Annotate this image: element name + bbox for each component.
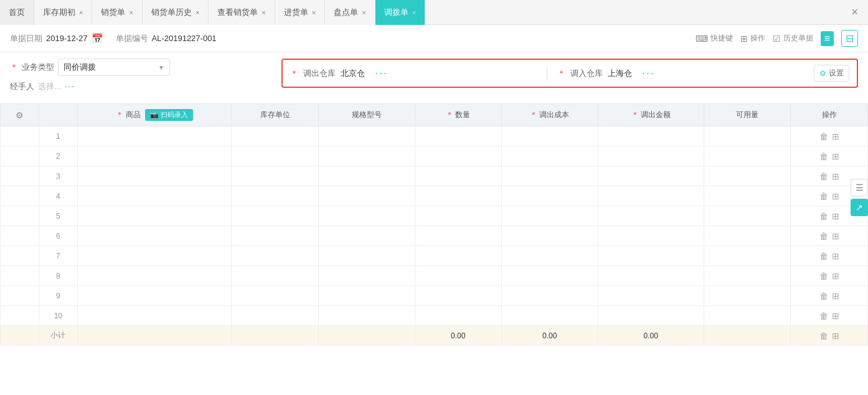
person-placeholder[interactable]: 选择... <box>38 81 61 92</box>
tab-purchase-close[interactable]: × <box>312 9 316 16</box>
row-delete-icon[interactable]: 🗑 <box>819 131 828 141</box>
tab-sales-order-close[interactable]: × <box>129 9 133 16</box>
row-delete-icon[interactable]: 🗑 <box>819 291 828 301</box>
row-cost-cell[interactable] <box>501 166 598 186</box>
row-unit-cell <box>232 126 318 146</box>
row-qty-cell[interactable] <box>415 266 501 286</box>
row-copy-icon[interactable]: ⊞ <box>832 191 839 201</box>
side-list-button[interactable]: ☰ <box>851 179 868 196</box>
tab-transfer-close[interactable]: × <box>412 9 416 16</box>
col-header-gear[interactable]: ⚙ <box>1 104 39 126</box>
doc-num-value: AL-20191227-001 <box>152 34 217 43</box>
row-delete-icon[interactable]: 🗑 <box>819 271 828 281</box>
subtotal-amount-cell: 0.00 <box>598 326 704 346</box>
row-num-cell: 1 <box>39 126 77 146</box>
row-delete-icon[interactable]: 🗑 <box>819 331 828 341</box>
row-product-cell[interactable] <box>77 226 232 246</box>
biz-type-selector[interactable]: 同价调拨 ▼ <box>58 59 170 76</box>
row-delete-icon[interactable]: 🗑 <box>819 151 828 161</box>
tab-view-sales-close[interactable]: × <box>262 9 265 16</box>
row-qty-cell[interactable] <box>415 146 501 166</box>
row-qty-cell[interactable] <box>415 206 501 226</box>
shortcuts-btn[interactable]: ⌨ 快捷键 <box>696 33 733 44</box>
row-product-cell[interactable] <box>77 286 232 306</box>
side-export-button[interactable]: ↗ <box>851 199 868 216</box>
row-delete-icon[interactable]: 🗑 <box>819 251 828 261</box>
row-spec-cell <box>318 186 415 206</box>
row-copy-icon[interactable]: ⊞ <box>832 271 839 281</box>
row-qty-cell[interactable] <box>415 306 501 326</box>
row-qty-cell[interactable] <box>415 286 501 306</box>
row-cost-cell[interactable] <box>501 266 598 286</box>
row-cost-cell[interactable] <box>501 186 598 206</box>
in-warehouse-more-icon[interactable]: ··· <box>642 67 655 80</box>
row-delete-icon[interactable]: 🗑 <box>819 231 828 241</box>
row-delete-icon[interactable]: 🗑 <box>819 211 828 221</box>
tab-inventory-close[interactable]: × <box>362 9 366 16</box>
person-more-icon[interactable]: ··· <box>65 81 75 92</box>
in-warehouse-value[interactable]: 上海仓 <box>608 68 632 79</box>
tab-home[interactable]: 首页 <box>0 0 34 25</box>
tab-sales-history[interactable]: 销货单历史 × <box>143 0 209 25</box>
row-cost-cell[interactable] <box>501 226 598 246</box>
row-copy-icon[interactable]: ⊞ <box>832 311 839 321</box>
tab-purchase[interactable]: 进货单 × <box>275 0 325 25</box>
col-header-cost: ＊ 调出成本 <box>501 104 598 126</box>
grid-view-button[interactable]: ⊟ <box>841 30 858 47</box>
row-copy-icon[interactable]: ⊞ <box>832 211 839 221</box>
history-btn[interactable]: ☑ 历史单据 <box>773 33 813 44</box>
tab-sales-history-close[interactable]: × <box>196 9 199 16</box>
row-product-cell[interactable] <box>77 126 232 146</box>
row-qty-cell[interactable] <box>415 226 501 246</box>
row-unit-cell <box>232 306 318 326</box>
row-product-cell[interactable] <box>77 186 232 206</box>
row-ops-cell: 🗑 ⊞ <box>791 126 868 146</box>
row-product-cell[interactable] <box>77 206 232 226</box>
row-num-cell: 8 <box>39 266 77 286</box>
row-delete-icon[interactable]: 🗑 <box>819 191 828 201</box>
doc-num-field: 单据编号 AL-20191227-001 <box>116 33 217 44</box>
row-copy-icon[interactable]: ⊞ <box>832 171 839 181</box>
row-delete-icon[interactable]: 🗑 <box>819 171 828 181</box>
calendar-icon[interactable]: 📅 <box>92 33 103 44</box>
tab-sales-order[interactable]: 销货单 × <box>92 0 142 25</box>
tab-transfer[interactable]: 调拨单 × <box>375 0 425 25</box>
row-copy-icon[interactable]: ⊞ <box>832 231 839 241</box>
row-spec-cell <box>318 126 415 146</box>
row-product-cell[interactable] <box>77 146 232 166</box>
out-warehouse-value[interactable]: 北京仓 <box>341 68 365 79</box>
row-copy-icon[interactable]: ⊞ <box>832 251 839 261</box>
row-cost-cell[interactable] <box>501 286 598 306</box>
row-cost-cell[interactable] <box>501 146 598 166</box>
row-qty-cell[interactable] <box>415 246 501 266</box>
tab-stock-init-close[interactable]: × <box>79 9 83 16</box>
out-warehouse-more-icon[interactable]: ··· <box>375 67 388 80</box>
row-cost-cell[interactable] <box>501 246 598 266</box>
ops-btn[interactable]: ⊞ 操作 <box>740 33 765 44</box>
date-value[interactable]: 2019-12-27 <box>46 34 88 43</box>
tab-stock-init[interactable]: 库存期初 × <box>34 0 92 25</box>
row-product-cell[interactable] <box>77 246 232 266</box>
row-cost-cell[interactable] <box>501 206 598 226</box>
row-ops-cell: 🗑 ⊞ <box>791 246 868 266</box>
row-delete-icon[interactable]: 🗑 <box>819 311 828 321</box>
settings-button[interactable]: ⚙ 设置 <box>814 65 849 82</box>
row-cost-cell[interactable] <box>501 126 598 146</box>
row-copy-icon[interactable]: ⊞ <box>832 331 839 341</box>
global-close-button[interactable]: × <box>841 6 868 19</box>
tab-view-sales[interactable]: 查看销货单 × <box>209 0 275 25</box>
row-qty-cell[interactable] <box>415 186 501 206</box>
tab-inventory[interactable]: 盘点单 × <box>325 0 375 25</box>
row-qty-cell[interactable] <box>415 166 501 186</box>
row-copy-icon[interactable]: ⊞ <box>832 291 839 301</box>
row-product-cell[interactable] <box>77 306 232 326</box>
row-copy-icon[interactable]: ⊞ <box>832 151 839 161</box>
scan-button[interactable]: 📷 扫码录入 <box>145 109 193 121</box>
row-product-cell[interactable] <box>77 266 232 286</box>
row-product-cell[interactable] <box>77 166 232 186</box>
row-qty-cell[interactable] <box>415 126 501 146</box>
row-cost-cell[interactable] <box>501 306 598 326</box>
col-gear-icon[interactable]: ⚙ <box>16 110 24 120</box>
list-view-button[interactable]: ≡ <box>821 31 834 46</box>
row-copy-icon[interactable]: ⊞ <box>832 131 839 141</box>
